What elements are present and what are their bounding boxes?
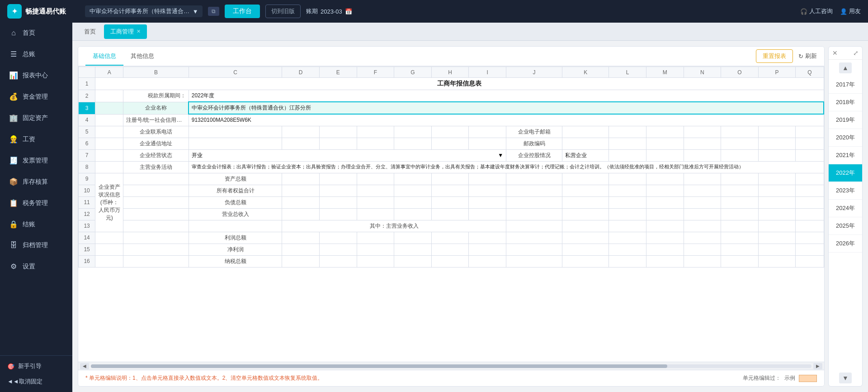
cell-9-C[interactable]: 资产总额 bbox=[189, 173, 282, 185]
cell-11-E[interactable] bbox=[319, 196, 357, 208]
cell-9-B[interactable] bbox=[123, 173, 189, 185]
panel-close-icon[interactable]: ✕ bbox=[832, 49, 838, 57]
cell-12-M[interactable] bbox=[646, 208, 684, 220]
cell-16-B[interactable] bbox=[123, 255, 189, 267]
cell-5-K[interactable] bbox=[562, 126, 609, 138]
cell-3-A[interactable] bbox=[95, 102, 123, 114]
cell-6-J[interactable]: 邮政编码 bbox=[506, 138, 562, 149]
cell-6-G[interactable] bbox=[394, 138, 432, 149]
col-header-N[interactable]: N bbox=[684, 67, 721, 78]
cell-6-C[interactable] bbox=[189, 138, 282, 149]
cell-9-M[interactable] bbox=[646, 173, 684, 185]
cell-12-O[interactable] bbox=[721, 208, 759, 220]
cell-16-F[interactable] bbox=[357, 255, 394, 267]
cell-7-C[interactable]: 开业 ▼ bbox=[189, 149, 506, 161]
cell-10-Q[interactable] bbox=[796, 185, 824, 196]
col-header-Q[interactable]: Q bbox=[796, 67, 824, 78]
col-header-P[interactable]: P bbox=[758, 67, 796, 78]
cell-6-I[interactable] bbox=[469, 138, 506, 149]
cell-15-L[interactable] bbox=[609, 244, 646, 255]
cell-5-B[interactable]: 企业联系电话 bbox=[123, 126, 189, 138]
cell-5-M[interactable] bbox=[646, 126, 684, 138]
cell-11-B[interactable] bbox=[123, 196, 189, 208]
cell-6-D[interactable] bbox=[282, 138, 320, 149]
cell-11-J[interactable] bbox=[506, 196, 562, 208]
cell-13-B[interactable] bbox=[123, 220, 189, 232]
cell-7-O[interactable] bbox=[721, 149, 759, 161]
h-scroll-thumb[interactable] bbox=[91, 364, 667, 368]
cell-9-Q[interactable] bbox=[796, 173, 824, 185]
cell-15-E[interactable] bbox=[319, 244, 357, 255]
cell-13-L[interactable] bbox=[609, 220, 646, 232]
cell-14-P[interactable] bbox=[758, 232, 796, 244]
cell-9-D[interactable] bbox=[282, 173, 320, 185]
cell-9-A[interactable]: 企业资产状况信息(币种：人民币万元) bbox=[95, 173, 123, 232]
company-selector[interactable]: 中审众环会计师事务所（特殊普通合伙... ▼ bbox=[85, 5, 203, 17]
cell-12-F[interactable] bbox=[357, 208, 394, 220]
sidebar-item-settings[interactable]: ⚙ 设置 bbox=[0, 256, 72, 277]
cell-13-J[interactable] bbox=[506, 220, 562, 232]
cell-11-D[interactable] bbox=[282, 196, 320, 208]
cell-16-C[interactable]: 纳税总额 bbox=[189, 255, 282, 267]
cell-15-H[interactable] bbox=[431, 244, 469, 255]
col-header-E[interactable]: E bbox=[319, 67, 357, 78]
cell-13-D[interactable]: 其中：主营业务收入 bbox=[282, 220, 506, 232]
cell-16-K[interactable] bbox=[562, 255, 609, 267]
cell-5-N[interactable] bbox=[684, 126, 721, 138]
cell-9-I[interactable] bbox=[469, 173, 506, 185]
sidebar-item-inventory[interactable]: 📦 库存核算 bbox=[0, 171, 72, 192]
year-scroll-up-button[interactable]: ▲ bbox=[839, 62, 852, 73]
switch-version-button[interactable]: 切到旧版 bbox=[265, 5, 301, 18]
col-header-K[interactable]: K bbox=[562, 67, 609, 78]
col-header-M[interactable]: M bbox=[646, 67, 684, 78]
col-header-H[interactable]: H bbox=[431, 67, 469, 78]
cell-15-C[interactable]: 净利润 bbox=[189, 244, 282, 255]
cell-16-A[interactable] bbox=[95, 255, 123, 267]
sub-tab-basic[interactable]: 基础信息 bbox=[85, 48, 123, 66]
cell-10-M[interactable] bbox=[646, 185, 684, 196]
cell-9-G[interactable] bbox=[394, 173, 432, 185]
cell-6-P[interactable] bbox=[758, 138, 796, 149]
cell-14-N[interactable] bbox=[684, 232, 721, 244]
cell-12-L[interactable] bbox=[609, 208, 646, 220]
cell-12-H[interactable] bbox=[431, 208, 469, 220]
cell-13-P[interactable] bbox=[758, 220, 796, 232]
tab-bizreg[interactable]: 工商管理 ✕ bbox=[104, 24, 147, 39]
cell-6-M[interactable] bbox=[646, 138, 684, 149]
cell-12-J[interactable] bbox=[506, 208, 562, 220]
cell-16-Q[interactable] bbox=[796, 255, 824, 267]
spreadsheet-scroll[interactable]: A B C D E F G H I J bbox=[78, 67, 824, 362]
cell-5-C[interactable] bbox=[189, 126, 282, 138]
cell-12-Q[interactable] bbox=[796, 208, 824, 220]
cell-5-H[interactable] bbox=[431, 126, 469, 138]
cell-10-E[interactable] bbox=[319, 185, 357, 196]
cell-11-F[interactable] bbox=[357, 196, 394, 208]
cell-11-L[interactable] bbox=[609, 196, 646, 208]
cell-10-G[interactable] bbox=[394, 185, 432, 196]
cell-7-N[interactable] bbox=[684, 149, 721, 161]
sidebar-item-assets[interactable]: 🏢 固定资产 bbox=[0, 107, 72, 129]
cell-16-G[interactable] bbox=[394, 255, 432, 267]
user-button[interactable]: 👤 用友 bbox=[840, 7, 861, 15]
cell-5-O[interactable] bbox=[721, 126, 759, 138]
cell-10-K[interactable] bbox=[562, 185, 609, 196]
h-scroll-track[interactable] bbox=[91, 364, 811, 368]
cell-10-B[interactable] bbox=[123, 185, 189, 196]
sidebar-item-home[interactable]: ⌂ 首页 bbox=[0, 23, 72, 43]
cell-10-O[interactable] bbox=[721, 185, 759, 196]
year-item[interactable]: 2025年 bbox=[829, 217, 862, 235]
cell-9-F[interactable] bbox=[357, 173, 394, 185]
cell-6-B[interactable]: 企业通信地址 bbox=[123, 138, 189, 149]
cell-12-D[interactable] bbox=[282, 208, 320, 220]
cell-6-Q[interactable] bbox=[796, 138, 824, 149]
cell-4-B[interactable]: 注册号/统一社会信用代码 bbox=[123, 114, 189, 126]
refresh-button[interactable]: ↻ 刷新 bbox=[798, 52, 817, 60]
cell-11-H[interactable] bbox=[431, 196, 469, 208]
cell-12-E[interactable] bbox=[319, 208, 357, 220]
cell-12-I[interactable] bbox=[469, 208, 506, 220]
cell-13-O[interactable] bbox=[721, 220, 759, 232]
sidebar-item-archive[interactable]: 🗄 归档管理 bbox=[0, 235, 72, 256]
cell-10-F[interactable] bbox=[357, 185, 394, 196]
tab-home[interactable]: 首页 bbox=[78, 24, 102, 39]
cell-5-P[interactable] bbox=[758, 126, 796, 138]
